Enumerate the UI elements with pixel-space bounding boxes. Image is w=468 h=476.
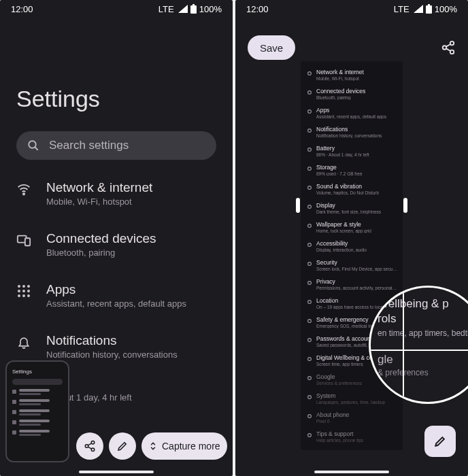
status-bar: 12:00 LTE 100% <box>235 0 468 18</box>
svg-point-4 <box>23 193 24 194</box>
svg-point-13 <box>18 294 20 297</box>
capture-row-icon <box>306 318 312 324</box>
svg-rect-0 <box>190 5 197 14</box>
svg-line-3 <box>35 147 38 150</box>
screenshot-thumbnail[interactable]: Settings <box>5 360 69 462</box>
wifi-icon <box>16 182 31 197</box>
capture-row-icon <box>306 337 312 343</box>
svg-point-23 <box>450 41 454 46</box>
capture-row-label: Wallpaper & style <box>316 221 397 228</box>
apps-icon <box>16 284 31 299</box>
svg-rect-6 <box>25 238 30 245</box>
capture-row: Storage89% used · 7.2 GB free <box>301 160 403 180</box>
svg-point-18 <box>91 448 95 452</box>
capture-row: Wallpaper & styleHome, lock screen, app … <box>301 218 403 237</box>
search-placeholder: Search settings <box>49 139 129 152</box>
screenshot-actions: Capture more <box>76 432 227 460</box>
capture-row-label: System <box>316 392 397 399</box>
magnifier-sub2: & preferences <box>378 368 468 377</box>
capture-row-icon <box>306 279 312 286</box>
svg-point-35 <box>307 205 311 208</box>
edit-fab[interactable] <box>424 426 456 457</box>
capture-row-icon <box>306 127 312 133</box>
capture-row: Tips & supportHelp articles, phone tips <box>301 427 403 446</box>
settings-item-connected-devices[interactable]: Connected devices Bluetooth, pairing <box>0 219 233 270</box>
search-icon <box>27 139 39 152</box>
capture-row: PrivacyPermissions, account activity, pe… <box>301 275 403 294</box>
capture-row-icon <box>306 394 312 400</box>
save-button[interactable]: Save <box>248 35 295 60</box>
crop-handle-right[interactable] <box>403 198 407 213</box>
page-title: Settings <box>0 18 233 131</box>
capture-row-label: Display <box>316 202 397 209</box>
clock: 12:00 <box>11 4 33 14</box>
search-input[interactable]: Search settings <box>16 131 216 160</box>
svg-point-24 <box>443 46 447 50</box>
magnifier-line3: gle <box>378 353 468 367</box>
svg-point-17 <box>85 445 88 448</box>
capture-row-icon <box>306 203 312 209</box>
capture-row-label: Connected devices <box>316 88 397 95</box>
magnifier-line1: Wellbeing & p <box>378 297 468 311</box>
svg-point-14 <box>22 294 25 297</box>
svg-point-34 <box>307 186 311 189</box>
capture-row-sub: 86% · About 1 day, 4 hr left <box>316 152 397 157</box>
share-button-top[interactable] <box>441 40 456 55</box>
capture-row-icon <box>306 432 312 438</box>
settings-item-network[interactable]: Network & internet Mobile, Wi-Fi, hotspo… <box>0 168 233 219</box>
capture-row-sub: 89% used · 7.2 GB free <box>316 171 397 176</box>
capture-row: About phonePixel 6 <box>301 408 403 427</box>
status-bar: 12:00 LTE 100% <box>0 0 233 18</box>
svg-point-44 <box>307 376 311 379</box>
capture-row: SystemLanguages, gestures, time, backup <box>301 389 403 408</box>
svg-point-47 <box>307 433 311 437</box>
svg-point-43 <box>307 357 311 360</box>
battery-icon <box>426 4 432 14</box>
capture-more-button[interactable]: Capture more <box>141 432 227 460</box>
long-screenshot-preview[interactable]: Network & internetMobile, Wi-Fi, hotspot… <box>301 61 403 450</box>
capture-row-icon <box>306 260 312 267</box>
edit-button[interactable] <box>109 432 136 460</box>
capture-row-sub: Home, lock screen, app grid <box>316 228 397 233</box>
capture-row-sub: Dark theme, font size, brightness <box>316 209 397 214</box>
svg-point-38 <box>307 262 311 265</box>
share-button[interactable] <box>76 432 103 460</box>
svg-point-25 <box>450 50 454 54</box>
svg-point-36 <box>307 224 311 227</box>
capture-row-label: Accessibility <box>316 240 397 247</box>
clock: 12:00 <box>246 4 269 14</box>
svg-line-26 <box>446 44 450 47</box>
svg-point-9 <box>27 285 30 288</box>
svg-point-28 <box>307 71 311 75</box>
capture-row-sub: Pixel 6 <box>316 419 397 424</box>
capture-row-icon <box>306 222 312 228</box>
thumbnail-title: Settings <box>12 369 64 375</box>
capture-row-sub: Bluetooth, pairing <box>316 95 397 100</box>
svg-point-16 <box>91 441 95 445</box>
capture-row: Sound & vibrationVolume, haptics, Do Not… <box>301 180 403 199</box>
magnifier-sub1: en time, app timers, bedtim <box>378 328 468 338</box>
svg-line-20 <box>88 447 91 449</box>
capture-row-sub: Notification history, conversations <box>316 133 397 138</box>
svg-point-45 <box>307 395 311 398</box>
svg-point-2 <box>29 141 36 148</box>
capture-row-label: Sound & vibration <box>316 183 397 190</box>
settings-item-apps[interactable]: Apps Assistant, recent apps, default app… <box>0 270 233 321</box>
capture-row-label: Apps <box>316 107 397 114</box>
gesture-bar <box>314 471 389 473</box>
svg-point-46 <box>307 414 311 418</box>
capture-row-icon <box>306 184 312 190</box>
capture-row-sub: Assistant, recent apps, default apps <box>316 114 397 119</box>
battery-percent: 100% <box>435 4 457 14</box>
svg-point-42 <box>307 338 311 341</box>
phone-left-settings: 12:00 LTE 100% Settings Search settings <box>0 0 233 476</box>
capture-row: SecurityScreen lock, Find My Device, app… <box>301 256 403 275</box>
crop-handle-left[interactable] <box>296 198 300 213</box>
svg-rect-21 <box>426 5 432 14</box>
capture-row-label: Security <box>316 259 397 266</box>
capture-row-label: Tips & support <box>316 430 397 437</box>
capture-row-sub: Permissions, account activity, personal … <box>316 286 397 290</box>
svg-rect-22 <box>428 4 430 5</box>
signal-icon <box>414 5 423 13</box>
devices-icon <box>16 233 31 248</box>
